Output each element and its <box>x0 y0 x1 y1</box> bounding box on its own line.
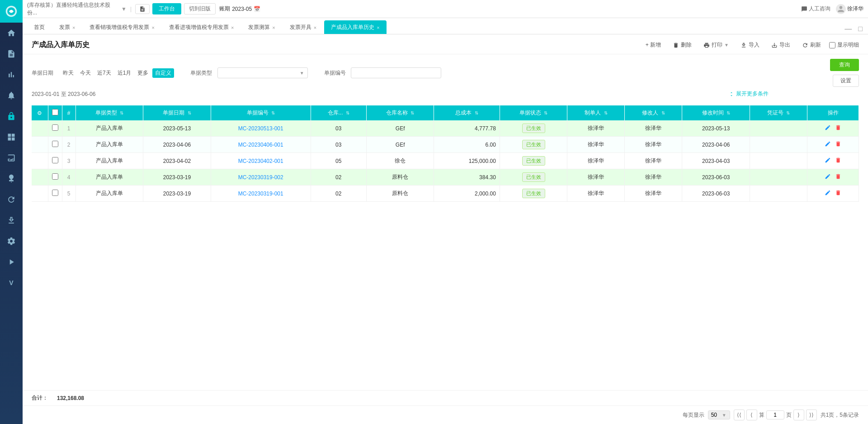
th-warehouse-code[interactable]: 仓库... ⇅ <box>311 105 366 120</box>
display-toggle-checkbox[interactable] <box>829 42 835 48</box>
th-warehouse-name[interactable]: 仓库名称 ⇅ <box>366 105 434 120</box>
calendar-icon[interactable]: 📅 <box>254 6 260 12</box>
date-btn-today[interactable]: 今天 <box>78 68 93 78</box>
date-btn-custom[interactable]: 自定义 <box>152 68 174 78</box>
td-checkbox[interactable] <box>48 186 62 202</box>
td-number[interactable]: MC-20230406-001 <box>211 137 311 153</box>
tab-invoice[interactable]: 发票 × <box>52 20 82 34</box>
sidebar-item-documents[interactable] <box>0 43 23 64</box>
display-toggle[interactable]: 显示明细 <box>829 41 859 49</box>
page-next[interactable]: ⟩ <box>793 410 804 420</box>
delete-btn[interactable] <box>834 173 843 181</box>
tab-invoice-issue-close[interactable]: × <box>314 25 316 30</box>
td-number[interactable]: MC-20230513-001 <box>211 120 311 137</box>
td-checkbox[interactable] <box>48 169 62 186</box>
th-modify-time[interactable]: 修改时间 ⇅ <box>682 105 750 120</box>
th-type[interactable]: 单据类型 ⇅ <box>75 105 143 120</box>
sidebar-item-refresh[interactable] <box>0 189 23 210</box>
tab-invoice-calc-close[interactable]: × <box>272 25 275 30</box>
date-btn-1month[interactable]: 近1月 <box>115 68 134 78</box>
row-checkbox[interactable] <box>52 190 58 196</box>
service-btn[interactable]: 人工咨询 <box>801 5 830 13</box>
tab-sales-vat[interactable]: 查看销项增值税专用发票 × <box>83 20 161 34</box>
sidebar-item-home[interactable] <box>0 23 23 43</box>
th-modifier[interactable]: 修改人 ⇅ <box>625 105 682 120</box>
tab-purchase-vat-close[interactable]: × <box>231 25 234 30</box>
delete-btn[interactable] <box>834 190 843 197</box>
row-checkbox[interactable] <box>52 141 58 147</box>
tab-maximize[interactable]: □ <box>856 24 864 34</box>
td-checkbox[interactable] <box>48 137 62 153</box>
print-button[interactable]: 打印 ▼ <box>700 40 732 50</box>
td-number[interactable]: MC-20230402-001 <box>211 153 311 169</box>
workbench-button[interactable]: 工作台 <box>152 3 181 14</box>
edit-btn[interactable] <box>823 190 832 197</box>
tab-invoice-close[interactable]: × <box>72 25 75 30</box>
td-number[interactable]: MC-20230319-001 <box>211 186 311 202</box>
per-page-select[interactable]: 10 20 50 100 <box>708 410 730 419</box>
print-dropdown-icon[interactable]: ▼ <box>724 43 729 48</box>
edit-btn[interactable] <box>823 141 832 148</box>
td-number[interactable]: MC-20230319-002 <box>211 169 311 186</box>
company-dropdown-icon[interactable]: ▼ <box>121 6 127 12</box>
th-checkbox[interactable] <box>48 105 62 120</box>
delete-btn[interactable] <box>834 157 843 165</box>
delete-btn[interactable] <box>834 141 843 148</box>
edit-btn[interactable] <box>823 173 832 181</box>
switch-button[interactable]: 切到旧版 <box>184 3 216 14</box>
query-button[interactable]: 查询 <box>830 59 859 71</box>
th-settings[interactable]: ⚙ <box>32 105 48 120</box>
td-checkbox[interactable] <box>48 120 62 137</box>
sidebar-item-play[interactable] <box>0 252 23 272</box>
tab-invoice-calc[interactable]: 发票测算 × <box>241 20 282 34</box>
tab-purchase-vat[interactable]: 查看进项增值税专用发票 × <box>162 20 241 34</box>
new-button[interactable]: + 新增 <box>642 40 665 50</box>
page-first[interactable]: ⟨⟨ <box>734 410 745 420</box>
th-status[interactable]: 单据状态 ⇅ <box>500 105 567 120</box>
td-checkbox[interactable] <box>48 153 62 169</box>
page-input[interactable] <box>766 410 784 419</box>
sidebar-item-lock[interactable] <box>0 106 23 127</box>
th-date[interactable]: 单据日期 ⇅ <box>143 105 211 120</box>
expand-btn[interactable]: 展开更多条件 <box>729 90 769 98</box>
date-btn-7days[interactable]: 近7天 <box>95 68 113 78</box>
document-icon-btn[interactable] <box>135 4 150 14</box>
tab-invoice-issue[interactable]: 发票开具 × <box>283 20 323 34</box>
sidebar-item-grid[interactable] <box>0 127 23 148</box>
sidebar-item-download[interactable] <box>0 210 23 231</box>
row-checkbox[interactable] <box>52 173 58 180</box>
sidebar-item-stamp[interactable] <box>0 168 23 189</box>
date-btn-yesterday[interactable]: 昨天 <box>61 68 76 78</box>
edit-btn[interactable] <box>823 157 832 165</box>
page-last[interactable]: ⟩⟩ <box>806 410 817 420</box>
type-select[interactable] <box>217 67 308 78</box>
tab-sales-vat-close[interactable]: × <box>151 25 154 30</box>
sidebar-item-gear[interactable] <box>0 231 23 252</box>
tab-minimize[interactable]: — <box>843 24 854 34</box>
sidebar-item-inbox[interactable] <box>0 148 23 168</box>
page-prev[interactable]: ⟨ <box>746 410 757 420</box>
th-voucher[interactable]: 凭证号 ⇅ <box>750 105 807 120</box>
row-checkbox[interactable] <box>52 157 58 163</box>
sidebar-item-chart[interactable] <box>0 64 23 85</box>
sidebar-item-v[interactable]: V <box>0 272 23 293</box>
th-total-cost[interactable]: 总成本 ⇅ <box>434 105 500 120</box>
th-number[interactable]: 单据编号 ⇅ <box>211 105 311 120</box>
tab-product-stock-close[interactable]: × <box>377 25 379 30</box>
tab-home[interactable]: 首页 <box>27 20 52 34</box>
row-checkbox[interactable] <box>52 124 58 131</box>
import-button[interactable]: 导入 <box>737 40 763 50</box>
user-menu[interactable]: 徐泽华 <box>836 4 863 14</box>
refresh-button[interactable]: 刷新 <box>798 40 825 50</box>
export-button[interactable]: 导出 <box>768 40 794 50</box>
number-input[interactable] <box>351 67 441 78</box>
set-button[interactable]: 设置 <box>833 75 859 87</box>
delete-button[interactable]: 删除 <box>669 40 695 50</box>
sidebar-item-bell[interactable] <box>0 85 23 106</box>
edit-btn[interactable] <box>823 124 832 132</box>
th-creator[interactable]: 制单人 ⇅ <box>567 105 625 120</box>
tab-product-stock[interactable]: 产成品入库单历史 × <box>324 20 386 34</box>
select-all-checkbox[interactable] <box>52 109 58 115</box>
date-btn-more[interactable]: 更多 <box>135 68 151 78</box>
delete-btn[interactable] <box>834 124 843 132</box>
